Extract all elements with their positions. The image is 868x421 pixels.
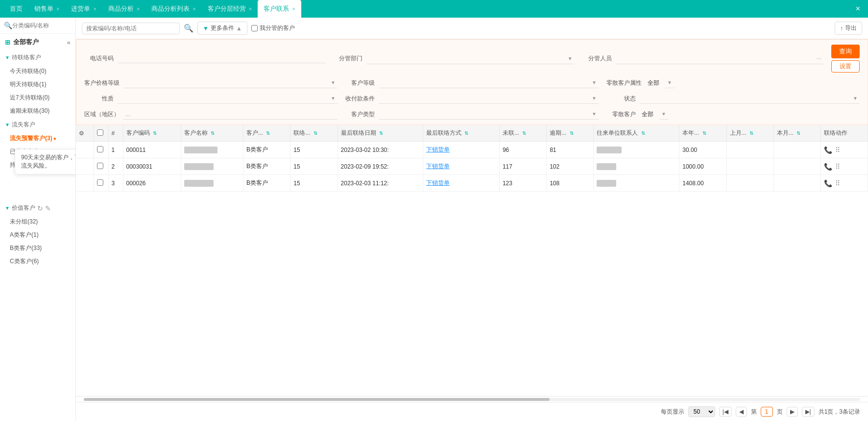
my-customers-checkbox[interactable] [251,25,258,31]
settings-button[interactable]: 设置 [831,60,860,73]
close-customer-contact-icon[interactable]: × [292,6,295,12]
row-not-contacted: 123 [499,175,546,192]
customer-level-select[interactable]: ▼ [379,77,599,88]
table-last-date-col[interactable]: 最后联络日期 ⇅ [338,125,423,142]
row-last-method[interactable]: 下销货单 [423,158,499,175]
value-refresh-icon[interactable]: ↻ [37,204,43,212]
table-name-col[interactable]: 客户名称 ⇅ [181,125,243,142]
row-checkbox[interactable] [97,163,103,169]
table-code-col[interactable]: 客户编码 ⇅ [123,125,181,142]
select-all-checkbox[interactable] [97,129,103,136]
dept-select[interactable]: ▼ [366,53,574,64]
action-more-icon[interactable]: ⠿ [835,163,840,171]
code-sort-icon: ⇅ [153,130,157,136]
main-search-input[interactable] [82,23,180,34]
row-checkbox-cell[interactable] [94,158,108,175]
churn-arrow-icon: ▼ [5,122,10,127]
status-select[interactable]: ▼ [640,93,860,104]
table-contact-col[interactable]: 联络... ⇅ [290,125,338,142]
manager-select[interactable]: ··· [616,53,823,64]
sidebar-item-ungrouped[interactable]: 未分组(32) [0,215,75,228]
action-more-icon[interactable]: ⠿ [835,146,840,154]
row-this-year: 1000.00 [679,158,726,175]
page-size-select[interactable]: 50 20 100 [688,406,715,417]
action-phone-icon[interactable]: 📞 [824,179,832,187]
churn-section[interactable]: ▼ 流失客户 [0,118,75,132]
sidebar-item-week-pending[interactable]: 近7天待联络(0) [0,91,75,104]
collapse-icon[interactable]: « [67,39,71,46]
nav-tab-goods-analysis-list[interactable]: 商品分析列表 × [145,0,201,18]
next-page-button[interactable]: ▶ [787,407,798,417]
sidebar-item-class-a[interactable]: A类客户(1) [0,228,75,242]
table-tier-col[interactable]: 客户... ⇅ [243,125,290,142]
sidebar-search-input[interactable] [12,22,76,29]
sidebar-item-overdue[interactable]: 逾期未联络(30) [0,104,75,118]
nav-tab-sales[interactable]: 销售单 × [28,0,65,18]
nature-select[interactable]: ▼ [118,93,338,104]
customer-level-chevron-icon: ▼ [592,80,597,85]
main-search-icon[interactable]: 🔍 [184,24,193,33]
row-last-method[interactable]: 下销货单 [423,142,499,158]
first-page-button[interactable]: |◀ [719,407,732,417]
pending-contact-section[interactable]: ▼ 待联络客户 [0,50,75,65]
close-goods-list-icon[interactable]: × [193,6,195,12]
action-more-icon[interactable]: ⠿ [835,179,840,187]
row-last-method[interactable]: 下销货单 [423,175,499,192]
nav-tab-customer-contact[interactable]: 客户联系 × [258,0,301,18]
value-edit-icon[interactable]: ✎ [45,204,51,212]
value-customers-section[interactable]: ▼ 价值客户 ↻ ✎ [0,201,75,215]
prev-page-button[interactable]: ◀ [736,407,747,417]
price-tier-select[interactable]: ▼ [123,77,338,88]
payment-select[interactable]: ▼ [379,93,599,104]
row-action[interactable]: 📞 ⠿ [821,158,868,175]
table-overdue-col[interactable]: 逾期... ⇅ [547,125,594,142]
all-customers-header[interactable]: ⊞ 全部客户 « [0,34,75,50]
manager-more-icon[interactable]: ··· [817,55,821,62]
action-phone-icon[interactable]: 📞 [824,146,832,154]
close-goods-analysis-icon[interactable]: × [137,6,140,12]
table-last-method-col[interactable]: 最后联络方式 ⇅ [423,125,499,142]
sidebar-item-today-pending[interactable]: 今天待联络(0) [0,65,75,78]
table-checkbox-col[interactable] [94,125,108,142]
phone-input[interactable] [118,54,325,63]
query-button[interactable]: 查询 [831,45,860,58]
nav-tab-home[interactable]: 首页 [4,0,28,18]
table-not-contacted-col[interactable]: 未联... ⇅ [499,125,546,142]
filter-nature: 性质 ▼ [84,93,338,104]
zero-retail-select[interactable]: ▼ [659,109,668,120]
table-settings-col[interactable]: ⚙ [76,125,94,142]
row-checkbox[interactable] [97,146,103,152]
export-button[interactable]: ↑ 导出 [835,22,862,35]
close-all-button[interactable]: × [852,2,864,15]
customer-type-select[interactable]: ▼ [379,109,599,120]
nav-tab-customer-tier[interactable]: 客户分层经营 × [202,0,258,18]
nav-tab-purchase[interactable]: 进货单 × [65,0,102,18]
last-page-button[interactable]: ▶| [802,407,815,417]
table-unit-contact-col[interactable]: 往来单位联系人 ⇅ [594,125,679,142]
table-last-month-col[interactable]: 上月... ⇅ [726,125,773,142]
table-this-month-col[interactable]: 本月... ⇅ [773,125,820,142]
action-phone-icon[interactable]: 📞 [824,163,832,171]
row-checkbox[interactable] [97,179,103,186]
close-sales-icon[interactable]: × [56,6,59,12]
scrollbar-thumb[interactable] [84,398,550,401]
row-action[interactable]: 📞 ⠿ [821,175,868,192]
row-action[interactable]: 📞 ⠿ [821,142,868,158]
sidebar-item-churn-warning[interactable]: 流失预警客户(3) ● [0,132,75,145]
table-this-year-col[interactable]: 本年... ⇅ [679,125,726,142]
horizontal-scrollbar[interactable] [76,396,868,402]
row-checkbox-cell[interactable] [94,175,108,192]
zero-retail-attr-select[interactable]: ▼ [665,77,674,88]
region-select[interactable]: ... [123,109,338,120]
row-checkbox-cell[interactable] [94,142,108,158]
my-customers-checkbox-label[interactable]: 我分管的客户 [251,24,295,32]
value-arrow-icon: ▼ [5,205,10,211]
sidebar-item-class-c[interactable]: C类客户(6) [0,255,75,268]
region-more-icon[interactable]: ... [125,111,130,118]
nav-tab-goods-analysis[interactable]: 商品分析 × [102,0,145,18]
sidebar-item-class-b[interactable]: B类客户(33) [0,242,75,255]
close-customer-tier-icon[interactable]: × [249,6,252,12]
more-conditions-button[interactable]: ▼ 更多条件 ▲ [197,22,247,35]
sidebar-item-tomorrow-pending[interactable]: 明天待联络(1) [0,78,75,91]
close-purchase-icon[interactable]: × [93,6,96,12]
